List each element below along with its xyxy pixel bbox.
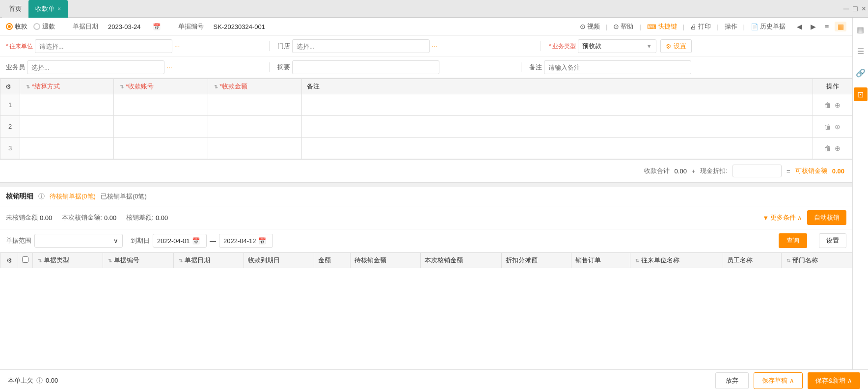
radio-refund[interactable]: 退款 — [33, 22, 55, 31]
date-end[interactable]: 2022-04-12 📅 — [219, 234, 273, 248]
help-label: 帮助 — [621, 22, 633, 31]
note-input[interactable] — [544, 60, 691, 74]
tab-home[interactable]: 首页 — [2, 0, 28, 18]
salesperson-group: 业务员 ··· — [6, 60, 261, 74]
salesperson-label: 业务员 — [6, 63, 25, 72]
summary-input[interactable] — [292, 60, 439, 74]
biz-type-label: 业务类型 — [549, 42, 576, 51]
sidebar-table-icon[interactable]: ▦ — [854, 23, 868, 36]
tab-receipt[interactable]: 收款单 × — [28, 0, 68, 18]
window-close-icon[interactable]: × — [862, 4, 866, 13]
settle-sort-icon: ⇅ — [26, 84, 30, 89]
radio-receipt-label: 收款 — [15, 22, 27, 31]
range-label: 单据范围 — [6, 236, 31, 245]
lt-partner-sort: ⇅ — [635, 258, 639, 263]
video-label: 视频 — [587, 22, 600, 31]
select-all-checkbox[interactable] — [22, 256, 28, 263]
row1-note[interactable] — [302, 94, 813, 116]
writeoff-title: 核销明细 — [6, 192, 33, 201]
unwritten-label: 未核销金额 — [6, 213, 38, 222]
row2-copy-icon[interactable]: ⊕ — [835, 123, 841, 131]
save-new-label: 保存&新增 — [815, 376, 845, 385]
save-draft-button[interactable]: 保存草稿 ∧ — [754, 372, 803, 389]
shortcut-icon: ⌨ — [647, 23, 656, 30]
list-icon[interactable]: ≡ — [821, 22, 833, 31]
salesperson-input[interactable] — [27, 60, 164, 74]
biz-type-value: 预收款 — [582, 42, 601, 51]
video-link[interactable]: ⊙ 视频 — [580, 22, 600, 31]
row2-settle[interactable] — [20, 116, 114, 138]
row1-op: 🗑 ⊕ — [813, 94, 852, 116]
date-start[interactable]: 2022-04-01 📅 — [153, 234, 207, 248]
row3-delete-icon[interactable]: 🗑 — [824, 144, 831, 152]
row1-account[interactable] — [114, 94, 208, 116]
row3-copy-icon[interactable]: ⊕ — [835, 144, 841, 152]
calendar-icon[interactable]: 📅 — [153, 23, 161, 30]
sidebar-doc-icon[interactable]: ☰ — [854, 44, 868, 58]
row1-copy-icon[interactable]: ⊕ — [835, 101, 841, 109]
store-group: 门店 ··· — [277, 39, 533, 53]
save-new-button[interactable]: 保存&新增 ∧ — [808, 372, 860, 389]
done-tag[interactable]: 已核销单据(0笔) — [101, 192, 147, 201]
lt-th-current-label: 本次核销金额 — [425, 256, 463, 264]
row2-account[interactable] — [114, 116, 208, 138]
operations-label: 操作 — [725, 22, 737, 31]
settings-button[interactable]: ⚙ 设置 — [660, 39, 692, 53]
store-more-btn[interactable]: ··· — [432, 42, 437, 50]
unwritten-value: 0.00 — [40, 214, 52, 222]
range-select[interactable]: ∨ — [34, 234, 123, 248]
lt-th-amount: 金额 — [314, 253, 351, 268]
writeoff-info-icon[interactable]: ⓘ — [38, 192, 45, 201]
lt-dept-sort: ⇅ — [787, 258, 790, 263]
diff-value: 0.00 — [156, 214, 168, 222]
biz-type-select[interactable]: 预收款 ▼ — [578, 39, 656, 53]
lower-settings-button[interactable]: 设置 — [819, 233, 846, 248]
sidebar-scan-icon[interactable]: ⊡ — [854, 87, 868, 101]
row1-amount[interactable] — [208, 94, 301, 116]
store-input[interactable] — [292, 39, 430, 53]
history-link[interactable]: 📄 历史单据 — [751, 22, 786, 31]
lt-th-gear[interactable]: ⚙ — [0, 253, 18, 268]
discard-button[interactable]: 放弃 — [715, 372, 749, 389]
row1-delete-icon[interactable]: 🗑 — [824, 101, 831, 109]
page-prev-value: 0.00 — [46, 377, 58, 384]
prev-icon[interactable]: ◀ — [793, 22, 805, 31]
settings-gear-icon: ⚙ — [666, 43, 672, 50]
row2-delete-icon[interactable]: 🗑 — [824, 123, 831, 131]
toolbar-icons: ◀ ▶ ≡ ▦ — [793, 22, 846, 31]
sep2 — [541, 41, 541, 51]
row3-amount[interactable] — [208, 138, 301, 159]
page-prev-label: 本单上欠 — [8, 376, 33, 385]
shortcut-link[interactable]: ⌨ 快捷键 — [647, 22, 677, 31]
grid-icon[interactable]: ▦ — [835, 22, 846, 31]
row2-note[interactable] — [302, 116, 813, 138]
result-value: 0.00 — [832, 168, 844, 175]
counterpart-more-btn[interactable]: ··· — [174, 42, 180, 50]
th-gear[interactable]: ⚙ — [0, 79, 20, 94]
query-button[interactable]: 查询 — [779, 233, 807, 248]
bottom-right: 放弃 保存草稿 ∧ 保存&新增 ∧ — [715, 372, 860, 389]
row2-amount[interactable] — [208, 116, 301, 138]
row3-account[interactable] — [114, 138, 208, 159]
sidebar-clip-icon[interactable]: 🔗 — [854, 66, 868, 80]
radio-refund-label: 退款 — [42, 22, 55, 31]
window-max-icon[interactable]: □ — [853, 4, 858, 13]
radio-receipt[interactable]: 收款 — [6, 22, 27, 31]
print-link[interactable]: 🖨 打印 — [690, 22, 711, 31]
tab-close-icon[interactable]: × — [57, 0, 61, 18]
discount-label: 现金折扣: — [700, 167, 728, 175]
next-icon[interactable]: ▶ — [807, 22, 819, 31]
salesperson-more-btn[interactable]: ··· — [166, 63, 172, 71]
print-icon: 🖨 — [690, 23, 697, 30]
more-conditions-btn[interactable]: ▼ 更多条件 ∧ — [762, 213, 802, 222]
pending-tag[interactable]: 待核销单据(0笔) — [50, 192, 96, 201]
counterpart-input[interactable] — [35, 39, 172, 53]
help-link[interactable]: ⊙ 帮助 — [613, 22, 633, 31]
row3-note[interactable] — [302, 138, 813, 159]
operations-link[interactable]: 操作 — [725, 22, 737, 31]
row1-settle[interactable] — [20, 94, 114, 116]
auto-writeoff-button[interactable]: 自动核销 — [807, 210, 846, 225]
discount-input[interactable] — [732, 165, 782, 177]
row3-settle[interactable] — [20, 138, 114, 159]
window-min-icon[interactable]: ─ — [843, 4, 849, 13]
